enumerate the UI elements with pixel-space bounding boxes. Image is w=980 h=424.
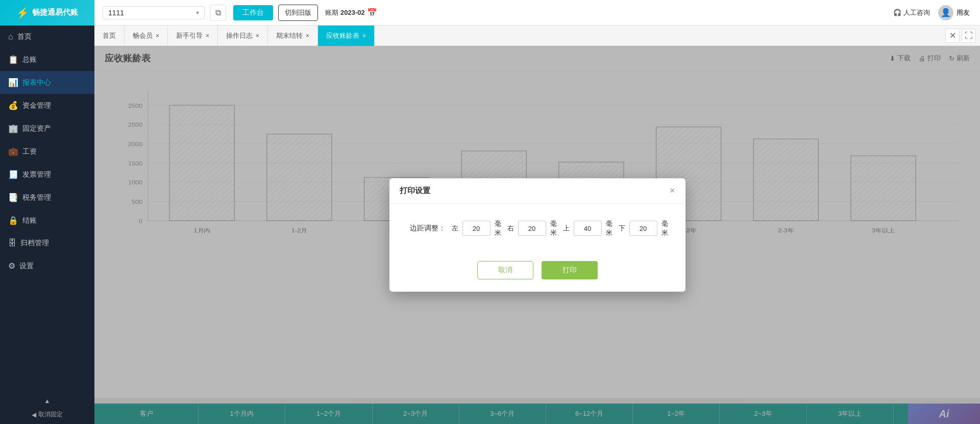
calendar-icon[interactable]: 📅 <box>367 8 377 17</box>
tab-label-guide: 新手引导 <box>176 31 203 40</box>
dialog-close-button[interactable]: × <box>670 185 675 196</box>
tab-home[interactable]: 首页 <box>94 26 125 46</box>
home-icon: ⌂ <box>8 32 13 41</box>
copy-button[interactable]: ⧉ <box>210 5 226 21</box>
collapse-label: 取消固定 <box>38 410 63 419</box>
closing-icon: 🔒 <box>8 216 18 225</box>
tab-label-member: 畅会员 <box>133 31 153 40</box>
sidebar-label-tax: 税务管理 <box>22 193 51 202</box>
sidebar-label-funds: 资金管理 <box>22 101 51 110</box>
sidebar-label-invoice: 发票管理 <box>22 170 51 179</box>
sidebar-label-archive: 归档管理 <box>20 239 49 248</box>
tab-close-aging[interactable]: × <box>362 32 366 39</box>
top-margin-group: 上 毫米 <box>563 219 612 238</box>
user-area[interactable]: 👤 用友 <box>938 5 970 20</box>
tab-label-home: 首页 <box>103 31 116 40</box>
print-settings-dialog: 打印设置 × 边距调整： 左 毫米 右 <box>389 178 685 292</box>
window-maximize-button[interactable]: ⛶ <box>962 29 976 43</box>
invoice-icon: 🧾 <box>8 170 18 179</box>
sidebar-label-reports: 报表中心 <box>22 78 51 87</box>
switch-version-button[interactable]: 切到旧版 <box>278 5 318 21</box>
logo-text: 畅捷通易代账 <box>32 8 78 17</box>
tab-label-aging: 应收账龄表 <box>326 31 359 40</box>
sidebar-item-home[interactable]: ⌂ 首页 <box>0 26 94 48</box>
tab-label-oplog: 操作日志 <box>226 31 253 40</box>
sidebar: ⌂ 首页 📋 总账 📊 报表中心 💰 资金管理 🏢 固定资产 💼 工资 🧾 发票… <box>0 26 94 424</box>
sidebar-label-settings: 设置 <box>19 262 34 271</box>
period-value: 2023-02 <box>340 9 365 16</box>
sidebar-item-salary[interactable]: 💼 工资 <box>0 140 94 163</box>
tab-aging[interactable]: 应收账龄表 × <box>318 26 375 46</box>
tab-guide[interactable]: 新手引导 × <box>168 26 218 46</box>
tabs-actions: ✕ ⛶ <box>945 29 980 43</box>
sidebar-label-home: 首页 <box>17 32 32 41</box>
bottom-margin-group: 下 毫米 <box>619 219 668 238</box>
tab-closing[interactable]: 期末结转 × <box>268 26 318 46</box>
logo-area: ⚡ 畅捷通易代账 <box>0 0 94 26</box>
period-label: 账期 <box>325 8 338 17</box>
sidebar-item-invoice[interactable]: 🧾 发票管理 <box>0 163 94 186</box>
sidebar-item-funds[interactable]: 💰 资金管理 <box>0 94 94 117</box>
bottom-margin-input[interactable] <box>629 221 657 236</box>
content-area: 首页 畅会员 × 新手引导 × 操作日志 × 期末结转 × 应收账龄表 × <box>94 26 980 424</box>
salary-icon: 💼 <box>8 147 18 156</box>
dialog-footer: 取消 打印 <box>389 253 685 292</box>
tab-oplog[interactable]: 操作日志 × <box>218 26 268 46</box>
sidebar-scroll-up[interactable]: ▲ <box>0 393 94 409</box>
top-bar: ⚡ 畅捷通易代账 1111 ▾ ⧉ 工作台 切到旧版 账期 2023-02 📅 … <box>0 0 980 26</box>
sidebar-item-archive[interactable]: 🗄 归档管理 <box>0 232 94 254</box>
top-unit: 毫米 <box>606 219 612 238</box>
left-margin-input[interactable] <box>462 221 491 236</box>
right-label: 右 <box>507 224 514 233</box>
assets-icon: 🏢 <box>8 124 18 133</box>
user-name: 用友 <box>957 8 970 17</box>
sidebar-item-tax[interactable]: 📑 税务管理 <box>0 186 94 209</box>
collapse-icon: ◀ <box>32 411 36 418</box>
right-margin-group: 右 毫米 <box>507 219 557 238</box>
cancel-button[interactable]: 取消 <box>477 261 533 279</box>
company-selector[interactable]: 1111 ▾ <box>103 6 205 19</box>
tab-close-closing[interactable]: × <box>306 32 309 39</box>
logo-icon: ⚡ <box>16 7 29 19</box>
dialog-body: 边距调整： 左 毫米 右 毫米 <box>389 204 685 253</box>
main-layout: ⌂ 首页 📋 总账 📊 报表中心 💰 资金管理 🏢 固定资产 💼 工资 🧾 发票… <box>0 26 980 424</box>
right-margin-input[interactable] <box>518 221 546 236</box>
avatar: 👤 <box>938 5 953 20</box>
user-icon: 👤 <box>941 8 951 17</box>
tab-close-guide[interactable]: × <box>206 32 209 39</box>
support-button[interactable]: 🎧 人工咨询 <box>893 8 930 17</box>
sidebar-item-settings[interactable]: ⚙ 设置 <box>0 254 94 277</box>
page-content: 应收账龄表 ⬇ 下载 🖨 打印 ↻ 刷新 <box>94 46 980 424</box>
tabs-bar: 首页 畅会员 × 新手引导 × 操作日志 × 期末结转 × 应收账龄表 × <box>94 26 980 46</box>
dialog-title: 打印设置 <box>400 186 430 196</box>
window-close-button[interactable]: ✕ <box>945 29 960 43</box>
funds-icon: 💰 <box>8 101 18 110</box>
period-area: 账期 2023-02 📅 <box>325 8 377 17</box>
workbench-button[interactable]: 工作台 <box>233 5 273 20</box>
top-margin-input[interactable] <box>574 221 602 236</box>
confirm-print-button[interactable]: 打印 <box>542 261 598 279</box>
left-margin-group: 左 毫米 <box>452 219 501 238</box>
tab-close-member[interactable]: × <box>156 32 159 39</box>
sidebar-label-assets: 固定资产 <box>22 124 51 133</box>
ledger-icon: 📋 <box>8 55 18 64</box>
bottom-unit: 毫米 <box>662 219 668 238</box>
company-name: 1111 <box>108 9 196 17</box>
settings-icon: ⚙ <box>8 261 15 271</box>
dropdown-icon: ▾ <box>196 9 199 16</box>
sidebar-label-ledger: 总账 <box>22 55 37 64</box>
tab-close-oplog[interactable]: × <box>256 32 259 39</box>
tab-member[interactable]: 畅会员 × <box>125 26 168 46</box>
left-unit: 毫米 <box>495 219 501 238</box>
sidebar-item-ledger[interactable]: 📋 总账 <box>0 48 94 71</box>
sidebar-item-reports[interactable]: 📊 报表中心 <box>0 71 94 94</box>
tab-label-closing: 期末结转 <box>276 31 303 40</box>
margin-form-row: 边距调整： 左 毫米 右 毫米 <box>410 219 665 238</box>
headset-icon: 🎧 <box>893 9 901 16</box>
margin-label: 边距调整： <box>410 224 446 233</box>
sidebar-item-assets[interactable]: 🏢 固定资产 <box>0 117 94 140</box>
sidebar-item-closing[interactable]: 🔒 结账 <box>0 209 94 232</box>
archive-icon: 🗄 <box>8 239 16 248</box>
top-right: 🎧 人工咨询 👤 用友 <box>893 5 970 20</box>
sidebar-label-closing: 结账 <box>22 216 37 225</box>
